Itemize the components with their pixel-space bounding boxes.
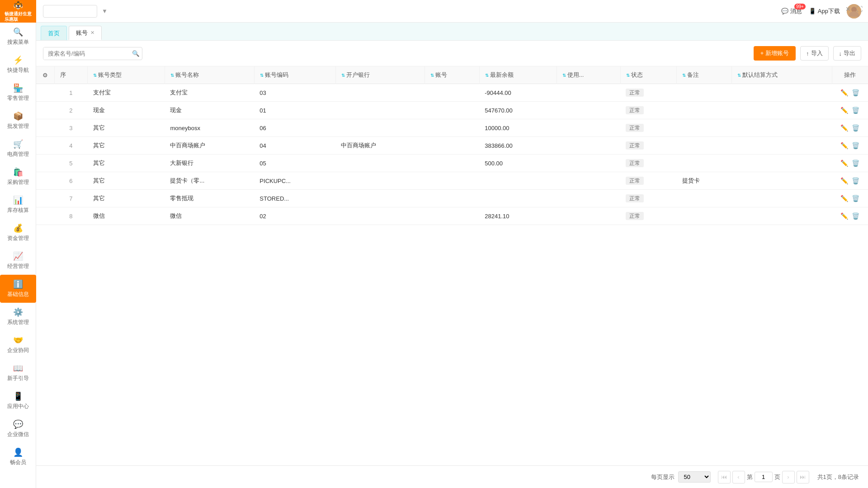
col-balance[interactable]: ⇅最新余额 [479, 66, 557, 84]
row-num-cell: 7 [54, 190, 88, 207]
col-account[interactable]: ⇅账号 [425, 66, 479, 84]
sidebar-item-guide[interactable]: 📖 新手引导 [0, 359, 36, 387]
edit-icon[interactable]: ✏️ [840, 177, 848, 184]
col-bank[interactable]: ⇅开户银行 [335, 66, 425, 84]
row-type-cell: 其它 [88, 190, 165, 207]
app-download-button[interactable]: 📱 App下载 [809, 7, 840, 15]
delete-icon[interactable]: 🗑️ [852, 177, 859, 184]
ecommerce-icon: 🛒 [13, 139, 23, 149]
accounts-table: ⚙ 序 ⇅账号类型 ⇅账号名称 ⇅账号编码 ⇅开户银行 ⇅账号 ⇅最新余额 ⇅使… [36, 66, 868, 225]
action-icons: ✏️ 🗑️ [837, 212, 863, 220]
col-type[interactable]: ⇅账号类型 [88, 66, 165, 84]
enterprise-icon: 🤝 [13, 335, 23, 345]
search-button[interactable]: 🔍 [128, 50, 142, 57]
row-code-cell: 04 [254, 137, 335, 155]
table-row: 3 其它 moneybosx 06 10000.00 正常 ✏️ 🗑️ [36, 119, 868, 137]
delete-icon[interactable]: 🗑️ [852, 107, 859, 114]
row-bank-cell [335, 102, 425, 119]
prev-page-button[interactable]: ‹ [732, 471, 745, 483]
row-account-cell [425, 155, 479, 172]
sidebar-item-enterprise[interactable]: 🤝 企业协同 [0, 331, 36, 359]
row-type-cell: 其它 [88, 155, 165, 172]
edit-icon[interactable]: ✏️ [840, 142, 848, 149]
next-page-button[interactable]: › [782, 471, 795, 483]
per-page-label: 每页显示 [651, 473, 675, 481]
sidebar-item-system[interactable]: ⚙️ 系统管理 [0, 303, 36, 331]
guide-icon: 📖 [13, 363, 23, 373]
tab-home[interactable]: 首页 [41, 26, 67, 40]
delete-icon[interactable]: 🗑️ [852, 124, 859, 131]
row-remark-cell [677, 119, 732, 137]
delete-icon[interactable]: 🗑️ [852, 142, 859, 149]
col-name[interactable]: ⇅账号名称 [165, 66, 254, 84]
search-icon: 🔍 [132, 50, 140, 57]
sidebar-item-inventory[interactable]: 📊 库存核算 [0, 191, 36, 219]
action-icons: ✏️ 🗑️ [837, 177, 863, 184]
sidebar-item-wechat[interactable]: 💬 企业微信 [0, 415, 36, 443]
row-balance-cell: 28241.10 [479, 207, 557, 225]
sidebar-item-wholesale[interactable]: 📦 批发管理 [0, 107, 36, 135]
sidebar-item-member[interactable]: 👤 畅会员 [0, 443, 36, 471]
add-account-button[interactable]: + 新增账号 [754, 46, 796, 61]
row-actions-cell: ✏️ 🗑️ [832, 102, 868, 119]
edit-icon[interactable]: ✏️ [840, 160, 848, 167]
row-actions-cell: ✏️ 🗑️ [832, 207, 868, 225]
row-default-payment-cell [732, 137, 832, 155]
page-input[interactable] [755, 472, 773, 482]
col-code[interactable]: ⇅账号编码 [254, 66, 335, 84]
row-name-cell: 微信 [165, 207, 254, 225]
col-remark[interactable]: ⇅备注 [677, 66, 732, 84]
tab-accounts[interactable]: 账号 ✕ [69, 26, 102, 40]
row-usage-cell [557, 119, 620, 137]
edit-icon[interactable]: ✏️ [840, 195, 848, 202]
sidebar-item-basic[interactable]: ℹ️ 基础信息 [0, 275, 36, 303]
row-bank-cell [335, 155, 425, 172]
action-icons: ✏️ 🗑️ [837, 195, 863, 202]
sidebar-item-ecommerce[interactable]: 🛒 电商管理 [0, 135, 36, 163]
per-page-select[interactable]: 50 100 200 [678, 471, 711, 483]
row-default-payment-cell [732, 155, 832, 172]
import-button[interactable]: ↑ 导入 [800, 46, 829, 61]
first-page-button[interactable]: ⏮ [718, 471, 731, 483]
home-tab-label: 首页 [48, 29, 60, 38]
sidebar: 🐯 畅捷通好生意乐惠版 🔍 搜索菜单 ⚡ 快捷导航 🏪 零售管理 📦 批发管理 … [0, 0, 36, 488]
delete-icon[interactable]: 🗑️ [852, 212, 859, 220]
last-page-button[interactable]: ⏭ [797, 471, 809, 483]
header-left: ▼ [43, 5, 108, 18]
edit-icon[interactable]: ✏️ [840, 107, 848, 114]
col-num: 序 [54, 66, 88, 84]
col-default-payment[interactable]: ⇅默认结算方式 [732, 66, 832, 84]
delete-icon[interactable]: 🗑️ [852, 195, 859, 202]
table-toolbar: 🔍 + 新增账号 ↑ 导入 ↓ 导出 [36, 41, 868, 66]
top-search-input[interactable] [43, 5, 97, 18]
sidebar-item-quicknav[interactable]: ⚡ 快捷导航 [0, 51, 36, 79]
sidebar-item-purchase[interactable]: 🛍️ 采购管理 [0, 163, 36, 191]
table-row: 7 其它 零售抵现 STORED... 正常 ✏️ 🗑️ [36, 190, 868, 207]
message-button[interactable]: 💬 消息 99+ [781, 7, 802, 15]
tab-close-icon[interactable]: ✕ [90, 30, 94, 36]
edit-icon[interactable]: ✏️ [840, 124, 848, 131]
sidebar-item-operations[interactable]: 📈 经营管理 [0, 247, 36, 275]
maximize-window-button[interactable]: ⛶ [854, 4, 864, 14]
delete-icon[interactable]: 🗑️ [852, 89, 859, 96]
search-input[interactable] [43, 47, 128, 60]
app-logo: 🐯 畅捷通好生意乐惠版 [0, 0, 36, 23]
col-usage[interactable]: ⇅使用... [557, 66, 620, 84]
action-icons: ✏️ 🗑️ [837, 89, 863, 96]
close-window-button[interactable]: ✕ [844, 4, 853, 14]
edit-icon[interactable]: ✏️ [840, 212, 848, 220]
sidebar-item-search[interactable]: 🔍 搜索菜单 [0, 23, 36, 51]
logo-icon: 🐯 [13, 0, 23, 10]
dropdown-arrow-icon[interactable]: ▼ [102, 8, 108, 14]
row-settings-cell [36, 119, 54, 137]
edit-icon[interactable]: ✏️ [840, 89, 848, 96]
row-num-cell: 1 [54, 84, 88, 102]
sidebar-item-apps[interactable]: 📱 应用中心 [0, 387, 36, 415]
sidebar-item-retail[interactable]: 🏪 零售管理 [0, 79, 36, 107]
col-settings[interactable]: ⚙ [36, 66, 54, 84]
sidebar-item-finance[interactable]: 💰 资金管理 [0, 219, 36, 247]
delete-icon[interactable]: 🗑️ [852, 160, 859, 167]
col-status[interactable]: ⇅状态 [620, 66, 676, 84]
search-menu-icon: 🔍 [13, 27, 23, 37]
export-button[interactable]: ↓ 导出 [833, 46, 862, 61]
